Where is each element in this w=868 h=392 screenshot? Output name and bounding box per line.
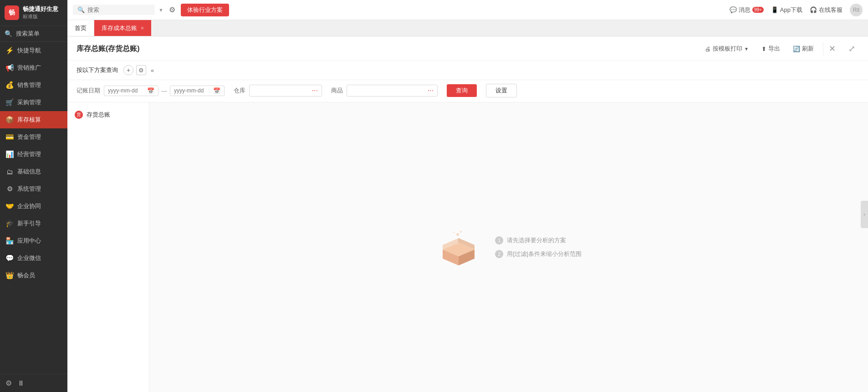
sales-icon: 💰 bbox=[5, 81, 14, 89]
sidebar-logo: 畅 畅捷通好生意 标准版 bbox=[0, 0, 67, 26]
export-btn[interactable]: ⬆ 导出 bbox=[758, 43, 784, 55]
main-content-area: 1 请先选择要分析的方案 2 用[过滤]条件来缩小分析范围 bbox=[149, 102, 868, 392]
print-icon: 🖨 bbox=[705, 46, 711, 52]
product-more-icon[interactable]: ··· bbox=[428, 87, 434, 95]
svg-point-6 bbox=[456, 233, 459, 236]
date-input-end[interactable]: 📅 bbox=[170, 86, 225, 96]
empty-illustration bbox=[436, 224, 481, 270]
message-item[interactable]: 💬 消息 99+ bbox=[730, 6, 764, 14]
inventory-label: 库存核算 bbox=[17, 116, 62, 124]
tab-inventory-ledger[interactable]: 库存成本总账 × bbox=[94, 20, 151, 36]
tab-home-label: 首页 bbox=[75, 24, 87, 32]
settings-btn[interactable]: 设置 bbox=[486, 84, 517, 97]
topbar-dropdown-arrow[interactable]: ▼ bbox=[158, 7, 163, 13]
topbar-search-input[interactable] bbox=[87, 6, 150, 13]
panel-expand-icon[interactable]: ⤢ bbox=[848, 44, 855, 54]
filter-row: 按以下方案查询 + ⚙ « bbox=[67, 61, 868, 80]
sidebar-menu: ⚡ 快捷导航 📢 营销推广 💰 销售管理 🛒 采购管理 📦 库存核算 💳 资金管… bbox=[0, 42, 67, 374]
export-label: 导出 bbox=[768, 45, 780, 53]
box-illustration bbox=[436, 224, 481, 270]
search-btn[interactable]: 查询 bbox=[447, 84, 477, 97]
tab-close-icon[interactable]: × bbox=[141, 25, 144, 31]
filter-add-btn[interactable]: + bbox=[123, 65, 133, 75]
vip-icon: 👑 bbox=[5, 271, 14, 280]
warehouse-select[interactable]: ··· bbox=[249, 85, 322, 97]
headset-icon: 🎧 bbox=[810, 6, 817, 13]
message-badge: 99+ bbox=[752, 7, 764, 13]
tab-active-label: 库存成本总账 bbox=[102, 24, 137, 32]
date-input-start[interactable]: 📅 bbox=[104, 86, 158, 96]
online-service-item[interactable]: 🎧 在线客服 bbox=[810, 6, 842, 14]
sidebar-item-quick-nav[interactable]: ⚡ 快捷导航 bbox=[0, 42, 67, 59]
content-header: 库存总账(存货总账) 🖨 按模板打印 ▼ ⬆ 导出 🔄 刷新 ✕ bbox=[67, 36, 868, 61]
sidebar-item-corp[interactable]: 🤝 企业协同 bbox=[0, 198, 67, 215]
page-title: 库存总账(存货总账) bbox=[77, 44, 140, 54]
hint-number-1: 1 bbox=[495, 236, 503, 244]
user-avatar[interactable]: Rit bbox=[850, 4, 863, 16]
calendar-end-icon[interactable]: 📅 bbox=[213, 87, 220, 94]
refresh-icon: 🔄 bbox=[793, 46, 800, 52]
sidebar-item-basic[interactable]: 🗂 基础信息 bbox=[0, 163, 67, 180]
print-dropdown-icon[interactable]: ▼ bbox=[744, 46, 749, 51]
filter-collapse-btn[interactable]: « bbox=[149, 66, 156, 75]
empty-hints: 1 请先选择要分析的方案 2 用[过滤]条件来缩小分析范围 bbox=[495, 236, 581, 258]
sidebar-item-finance[interactable]: 💳 资金管理 bbox=[0, 128, 67, 146]
sidebar-item-guide[interactable]: 🎓 新手引导 bbox=[0, 215, 67, 232]
system-icon: ⚙ bbox=[5, 185, 14, 193]
sidebar-item-system[interactable]: ⚙ 系统管理 bbox=[0, 180, 67, 198]
hint-number-2: 2 bbox=[495, 250, 503, 258]
header-actions: 🖨 按模板打印 ▼ ⬆ 导出 🔄 刷新 ✕ ⤢ bbox=[701, 42, 859, 56]
settings-footer-icon[interactable]: ⚙ bbox=[5, 379, 12, 387]
sidebar-item-sales[interactable]: 💰 销售管理 bbox=[0, 76, 67, 94]
marketing-icon: 📢 bbox=[5, 64, 14, 72]
date-start-input[interactable] bbox=[108, 87, 144, 94]
wechat-label: 企业微信 bbox=[17, 254, 62, 262]
date-filter-label: 记账日期 bbox=[77, 87, 100, 95]
sales-label: 销售管理 bbox=[17, 81, 62, 89]
filter-setting-btn[interactable]: ⚙ bbox=[136, 65, 146, 75]
print-btn[interactable]: 🖨 按模板打印 ▼ bbox=[701, 43, 752, 55]
quick-nav-icon: ⚡ bbox=[5, 46, 14, 55]
sidebar-search[interactable]: 🔍 搜索菜单 bbox=[0, 26, 67, 42]
sidebar-item-appstore[interactable]: 🏪 应用中心 bbox=[0, 232, 67, 249]
sidebar-item-inventory[interactable]: 📦 库存核算 bbox=[0, 111, 67, 128]
sidebar-item-operation[interactable]: 📊 经营管理 bbox=[0, 146, 67, 163]
app-download-item[interactable]: 📱 App下载 bbox=[771, 6, 802, 14]
topbar-search-box[interactable]: 🔍 bbox=[73, 5, 155, 15]
tab-home[interactable]: 首页 bbox=[67, 20, 94, 36]
product-filter-item: 商品 ··· bbox=[331, 85, 438, 97]
industry-btn[interactable]: 体验行业方案 bbox=[181, 4, 229, 16]
warehouse-more-icon[interactable]: ··· bbox=[312, 87, 318, 95]
hint-text-2: 用[过滤]条件来缩小分析范围 bbox=[507, 250, 581, 258]
main-area: 🔍 ▼ ⚙ 体验行业方案 💬 消息 99+ 📱 App下载 🎧 在线客服 Rit bbox=[67, 0, 868, 392]
wechat-icon: 💬 bbox=[5, 254, 14, 262]
product-select[interactable]: ··· bbox=[347, 85, 438, 97]
sidebar-item-vip[interactable]: 👑 畅会员 bbox=[0, 267, 67, 284]
date-end-input[interactable] bbox=[174, 87, 210, 94]
warehouse-filter-label: 仓库 bbox=[234, 87, 245, 95]
sidebar-item-purchase[interactable]: 🛒 采购管理 bbox=[0, 94, 67, 111]
basic-icon: 🗂 bbox=[5, 168, 14, 176]
product-filter-label: 商品 bbox=[331, 87, 343, 95]
message-label: 消息 bbox=[739, 6, 751, 14]
left-panel-item-inventory[interactable]: 货 存货总账 bbox=[67, 107, 149, 122]
refresh-label: 刷新 bbox=[802, 45, 814, 53]
panel-body: 货 存货总账 bbox=[67, 102, 868, 392]
inventory-dot-icon: 货 bbox=[75, 111, 83, 119]
topbar-gear-icon[interactable]: ⚙ bbox=[167, 4, 177, 16]
search-icon: 🔍 bbox=[5, 30, 12, 37]
sidebar-item-marketing[interactable]: 📢 营销推广 bbox=[0, 59, 67, 76]
audio-footer-icon[interactable]: ⏸ bbox=[17, 379, 25, 387]
svg-point-7 bbox=[460, 231, 462, 233]
corp-icon: 🤝 bbox=[5, 202, 14, 210]
sidebar-item-wechat[interactable]: 💬 企业微信 bbox=[0, 249, 67, 267]
calendar-start-icon[interactable]: 📅 bbox=[147, 87, 154, 94]
guide-label: 新手引导 bbox=[17, 219, 62, 228]
brand-name: 畅捷通好生意 bbox=[23, 5, 58, 13]
panel-close-icon[interactable]: ✕ bbox=[829, 44, 836, 54]
right-panel-handle[interactable]: › bbox=[861, 201, 868, 228]
refresh-btn[interactable]: 🔄 刷新 bbox=[789, 43, 817, 55]
sidebar-footer: ⚙ ⏸ bbox=[0, 374, 67, 392]
basic-label: 基础信息 bbox=[17, 168, 62, 176]
print-label: 按模板打印 bbox=[713, 45, 742, 53]
